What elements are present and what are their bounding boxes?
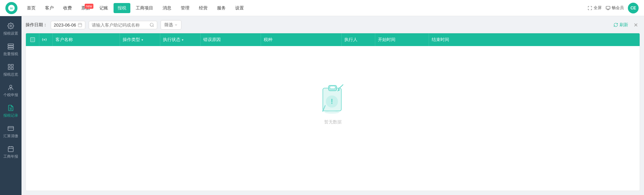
executor-header: 执行人 bbox=[342, 33, 375, 46]
batch-icon bbox=[7, 43, 14, 50]
sidebar-item-label: 报税总览 bbox=[3, 72, 18, 77]
sidebar-item-报税设置[interactable]: 报税设置 bbox=[0, 19, 22, 39]
svg-rect-3 bbox=[8, 44, 14, 45]
sidebar-item-label: 汇算清缴 bbox=[3, 133, 18, 139]
svg-line-24 bbox=[339, 85, 343, 89]
svg-rect-4 bbox=[8, 46, 14, 47]
content-area: 操作日期： 2023-06-06 筛选 刷新 ✕ bbox=[22, 16, 644, 195]
operation-type-header: 操作类型 ▾ bbox=[120, 33, 160, 46]
nav-menu: 首页客户收费票据new记账报税工商项目消息管理经营服务设置 bbox=[23, 3, 588, 13]
nav-item-首页[interactable]: 首页 bbox=[23, 3, 40, 13]
filter-button[interactable]: 筛选 bbox=[161, 20, 181, 30]
sidebar-item-label: 个税申报 bbox=[3, 92, 18, 98]
sidebar-item-报税总览[interactable]: 报税总览 bbox=[0, 60, 22, 80]
member-button[interactable]: 畅会员 bbox=[606, 5, 624, 11]
sidebar-item-汇算清缴[interactable]: 汇算清缴 bbox=[0, 121, 22, 142]
svg-point-6 bbox=[10, 85, 12, 87]
app-logo[interactable] bbox=[5, 2, 17, 14]
empty-text: 暂无数据 bbox=[324, 119, 342, 125]
table-header: 客户名称 操作类型 ▾ 执行状态 ▾ 错误原因 税种 执行人 bbox=[26, 33, 640, 46]
top-navigation: 首页客户收费票据new记账报税工商项目消息管理经营服务设置 全屏 畅会员 CE bbox=[0, 0, 644, 16]
exec-status-header: 执行状态 ▾ bbox=[160, 33, 201, 46]
date-label: 操作日期： bbox=[26, 22, 47, 28]
main-layout: 报税设置批量报税报税总览个税申报报税记录汇算清缴工商年报 操作日期： 2023-… bbox=[0, 16, 644, 195]
empty-illustration: ! bbox=[318, 81, 348, 115]
start-time-header: 开始时间 bbox=[375, 33, 429, 46]
nav-item-工商项目[interactable]: 工商项目 bbox=[132, 3, 157, 13]
nav-item-设置[interactable]: 设置 bbox=[231, 3, 248, 13]
settings-icon bbox=[42, 37, 47, 42]
data-table: 客户名称 操作类型 ▾ 执行状态 ▾ 错误原因 税种 执行人 bbox=[26, 33, 640, 191]
svg-rect-12 bbox=[8, 147, 13, 152]
svg-rect-1 bbox=[606, 6, 610, 9]
svg-point-2 bbox=[10, 25, 12, 27]
end-time-header: 结束时间 bbox=[429, 33, 469, 46]
sidebar-item-个税申报[interactable]: 个税申报 bbox=[0, 80, 22, 101]
refresh-icon bbox=[613, 23, 618, 27]
settings-icon bbox=[7, 22, 14, 30]
empty-state: ! 暂无数据 bbox=[304, 68, 361, 139]
search-box[interactable] bbox=[89, 21, 157, 29]
select-all-checkbox[interactable] bbox=[30, 37, 35, 42]
chevron-down-icon bbox=[174, 23, 178, 27]
user-avatar[interactable]: CE bbox=[628, 3, 639, 13]
sidebar-item-label: 批量报税 bbox=[3, 51, 18, 56]
overview-icon bbox=[7, 63, 14, 71]
sort-icon: ▾ bbox=[182, 38, 183, 42]
svg-text:!: ! bbox=[331, 97, 333, 106]
search-input[interactable] bbox=[92, 23, 148, 28]
svg-point-28 bbox=[322, 110, 324, 112]
select-all-header[interactable] bbox=[26, 33, 39, 46]
error-reason-header: 错误原因 bbox=[201, 33, 261, 46]
sidebar-item-label: 报税设置 bbox=[3, 31, 18, 36]
nav-item-报税[interactable]: 报税 bbox=[114, 3, 130, 13]
svg-rect-21 bbox=[330, 86, 335, 89]
fullscreen-button[interactable]: 全屏 bbox=[588, 5, 602, 11]
svg-rect-10 bbox=[8, 126, 14, 130]
svg-rect-16 bbox=[78, 23, 82, 27]
tax-icon bbox=[7, 84, 14, 91]
nav-item-记账[interactable]: 记账 bbox=[95, 3, 112, 13]
nav-item-收费[interactable]: 收费 bbox=[59, 3, 76, 13]
annual-icon bbox=[7, 145, 14, 153]
sidebar: 报税设置批量报税报税总览个税申报报税记录汇算清缴工商年报 bbox=[0, 16, 22, 195]
svg-point-26 bbox=[325, 111, 339, 114]
settle-icon bbox=[7, 125, 14, 132]
nav-item-客户[interactable]: 客户 bbox=[41, 3, 58, 13]
sidebar-item-批量报税[interactable]: 批量报税 bbox=[0, 39, 22, 60]
search-icon bbox=[149, 23, 154, 27]
nav-right-section: 全屏 畅会员 CE bbox=[588, 3, 639, 13]
sidebar-item-label: 工商年报 bbox=[3, 154, 18, 159]
sort-icon: ▾ bbox=[141, 38, 143, 42]
nav-badge: new bbox=[85, 4, 93, 9]
sidebar-item-工商年报[interactable]: 工商年报 bbox=[0, 142, 22, 162]
nav-item-管理[interactable]: 管理 bbox=[177, 3, 194, 13]
record-icon bbox=[7, 104, 14, 112]
svg-point-18 bbox=[44, 39, 45, 40]
nav-item-消息[interactable]: 消息 bbox=[159, 3, 175, 13]
table-body: ! 暂无数据 bbox=[26, 46, 640, 160]
sidebar-item-报税记录[interactable]: 报税记录 bbox=[0, 101, 22, 121]
tax-type-header: 税种 bbox=[261, 33, 342, 46]
nav-item-票据[interactable]: 票据new bbox=[77, 3, 94, 13]
nav-item-经营[interactable]: 经营 bbox=[195, 3, 212, 13]
close-button[interactable]: ✕ bbox=[632, 21, 640, 29]
toolbar: 操作日期： 2023-06-06 筛选 刷新 ✕ bbox=[26, 20, 640, 30]
date-picker[interactable]: 2023-06-06 bbox=[51, 21, 85, 29]
svg-rect-5 bbox=[8, 48, 14, 49]
refresh-button[interactable]: 刷新 bbox=[613, 22, 628, 28]
customer-name-header: 客户名称 bbox=[53, 33, 120, 46]
nav-item-服务[interactable]: 服务 bbox=[213, 3, 230, 13]
svg-point-17 bbox=[150, 23, 153, 26]
sidebar-item-label: 报税记录 bbox=[3, 113, 18, 118]
settings-header bbox=[39, 33, 53, 46]
